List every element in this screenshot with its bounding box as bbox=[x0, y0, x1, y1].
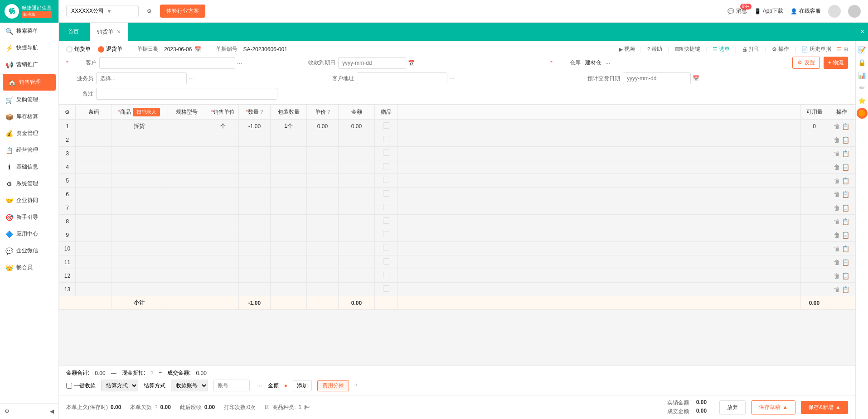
delete-row[interactable]: 🗑 bbox=[834, 259, 840, 266]
owe-question-icon[interactable]: ? bbox=[155, 405, 157, 410]
sidebar-item-inventory[interactable]: 📦 库存核算 bbox=[0, 108, 58, 125]
copy-row[interactable]: 📋 bbox=[842, 245, 849, 252]
copy-row-1[interactable]: 📋 bbox=[842, 123, 849, 130]
right-tool-6[interactable]: 🟠 bbox=[857, 108, 868, 119]
delete-row[interactable]: 🗑 bbox=[834, 272, 840, 279]
sidebar-item-search[interactable]: 🔍 搜索菜单 bbox=[0, 23, 58, 39]
address-ellipsis[interactable]: ··· bbox=[449, 75, 455, 82]
toolbar-select[interactable]: ☰ 选单 bbox=[713, 45, 730, 53]
abandon-button[interactable]: 放弃 bbox=[719, 400, 746, 414]
message-button[interactable]: 💬 消息 99+ bbox=[727, 7, 747, 15]
user-avatar-2[interactable] bbox=[848, 5, 861, 18]
customer-ellipsis[interactable]: ··· bbox=[237, 59, 242, 67]
toolbar-history[interactable]: 📄 历史单据 bbox=[801, 45, 831, 53]
payment-ellipsis[interactable]: ··· bbox=[257, 382, 262, 389]
delete-row[interactable]: 🗑 bbox=[834, 177, 840, 184]
trial-button[interactable]: 体验行业方案 bbox=[160, 5, 205, 18]
expected-date-input[interactable] bbox=[623, 72, 691, 84]
save-draft-button[interactable]: 保存草稿 ▲ bbox=[751, 400, 795, 414]
row-spec-1[interactable] bbox=[166, 120, 207, 133]
customer-address-input[interactable] bbox=[357, 72, 447, 84]
save-new-button[interactable]: 保存&新增 ▲ bbox=[801, 401, 848, 414]
tabbar-close-icon[interactable]: × bbox=[860, 28, 864, 36]
right-tool-3[interactable]: 📊 bbox=[857, 70, 868, 81]
delete-row-1[interactable]: 🗑 bbox=[834, 123, 840, 130]
delete-row[interactable]: 🗑 bbox=[834, 136, 840, 144]
add-payment-btn[interactable]: 添加 bbox=[293, 380, 312, 391]
sidebar-item-marketing[interactable]: 📢 营销推广 bbox=[0, 56, 58, 73]
scan-btn[interactable]: 扫码录入 bbox=[133, 108, 160, 116]
sidebar-item-finance[interactable]: 💰 资金管理 bbox=[0, 125, 58, 142]
calendar-icon[interactable]: 📅 bbox=[194, 46, 201, 53]
discount-info-icon[interactable]: ? bbox=[150, 371, 153, 376]
customer-input[interactable] bbox=[99, 57, 235, 69]
copy-row[interactable]: 📋 bbox=[842, 231, 849, 239]
copy-row[interactable]: 📋 bbox=[842, 259, 849, 266]
copy-row[interactable]: 📋 bbox=[842, 150, 849, 157]
qty-info-icon[interactable]: ? bbox=[260, 109, 263, 115]
copy-row[interactable]: 📋 bbox=[842, 177, 849, 184]
one-click-payment-check[interactable]: 一键收款 bbox=[66, 382, 96, 390]
sidebar-item-wechat[interactable]: 💬 企业微信 bbox=[0, 242, 58, 259]
sidebar-item-system[interactable]: ⚙ 系统管理 bbox=[0, 175, 58, 192]
online-service-button[interactable]: 👤 在线客服 bbox=[790, 7, 821, 15]
sidebar-item-guide[interactable]: 🎯 新手引导 bbox=[0, 209, 58, 226]
col-header-settings[interactable]: ⚙ bbox=[59, 105, 76, 120]
copy-row[interactable]: 📋 bbox=[842, 191, 849, 198]
sidebar-item-app-center[interactable]: 🔷 应用中心 bbox=[0, 226, 58, 242]
delete-row[interactable]: 🗑 bbox=[834, 286, 840, 293]
tab-close-icon[interactable]: × bbox=[117, 28, 121, 35]
sidebar-collapse-icon[interactable]: ◀ bbox=[50, 408, 54, 414]
row-barcode-1[interactable] bbox=[76, 120, 112, 133]
warehouse-ellipsis[interactable]: ··· bbox=[605, 59, 611, 67]
sidebar-settings-icon[interactable]: ⚙ bbox=[5, 408, 10, 414]
company-selector[interactable]: XXXXXX公司 ▼ bbox=[66, 5, 139, 17]
delete-row[interactable]: 🗑 bbox=[834, 231, 840, 239]
copy-row[interactable]: 📋 bbox=[842, 218, 849, 225]
delete-row[interactable]: 🗑 bbox=[834, 150, 840, 157]
toolbar-print[interactable]: 🖨 打印 bbox=[742, 45, 760, 53]
toolbar-video[interactable]: ▶ 视频 bbox=[619, 45, 635, 53]
sidebar-item-quick-nav[interactable]: ⚡ 快捷导航 bbox=[0, 39, 58, 56]
toolbar-shortcut[interactable]: ⌨ 快捷键 bbox=[675, 45, 700, 53]
payment-account-select[interactable]: 收款账号 bbox=[171, 380, 208, 391]
logistics-button[interactable]: + 物流 bbox=[824, 57, 848, 69]
row-gift-1[interactable] bbox=[375, 120, 398, 133]
sidebar-item-operation[interactable]: 📋 经营管理 bbox=[0, 142, 58, 159]
list-view-icon[interactable]: ☰ bbox=[837, 46, 842, 53]
app-download-button[interactable]: 📱 App下载 bbox=[754, 7, 783, 15]
delete-row[interactable]: 🗑 bbox=[834, 164, 840, 171]
sidebar-item-member[interactable]: 👑 畅会员 bbox=[0, 259, 58, 276]
delete-row[interactable]: 🗑 bbox=[834, 204, 840, 212]
settings-gear-icon[interactable]: ⚙ bbox=[144, 5, 155, 17]
copy-row[interactable]: 📋 bbox=[842, 272, 849, 279]
tab-home[interactable]: 首页 bbox=[59, 23, 88, 41]
calendar-3-icon[interactable]: 📅 bbox=[693, 75, 699, 82]
right-tool-4[interactable]: ✏ bbox=[857, 82, 868, 93]
row-notes-1[interactable] bbox=[398, 120, 801, 133]
sidebar-item-sales[interactable]: 🏠 销售管理 bbox=[3, 74, 56, 91]
fee-info-icon[interactable]: ? bbox=[354, 383, 357, 388]
delete-row[interactable]: 🗑 bbox=[834, 218, 840, 225]
sidebar-item-basic-info[interactable]: ℹ 基础信息 bbox=[0, 159, 58, 175]
price-info-icon[interactable]: ? bbox=[327, 109, 330, 115]
salesperson-ellipsis[interactable]: ··· bbox=[189, 75, 194, 82]
right-tool-1[interactable]: 📝 bbox=[857, 44, 868, 55]
payment-account-input[interactable] bbox=[213, 380, 250, 391]
product-type-checkbox-icon[interactable]: ☑ bbox=[265, 404, 270, 410]
one-click-checkbox[interactable] bbox=[66, 383, 72, 389]
copy-row[interactable]: 📋 bbox=[842, 286, 849, 293]
radio-return[interactable]: 退货单 bbox=[98, 45, 122, 53]
right-tool-5[interactable]: ⭐ bbox=[857, 95, 868, 106]
toolbar-operation[interactable]: ⚙ 操作 bbox=[772, 45, 789, 53]
right-tool-2[interactable]: 🔒 bbox=[857, 57, 868, 68]
sidebar-item-collab[interactable]: 🤝 企业协同 bbox=[0, 192, 58, 209]
copy-row[interactable]: 📋 bbox=[842, 164, 849, 171]
due-date-input[interactable] bbox=[338, 57, 406, 69]
setting-button[interactable]: ⚙ 设置 bbox=[792, 57, 820, 69]
user-avatar[interactable] bbox=[828, 5, 841, 18]
grid-view-icon[interactable]: ⊞ bbox=[844, 46, 848, 53]
radio-sales[interactable]: 销货单 bbox=[66, 45, 91, 53]
toolbar-help[interactable]: ? 帮助 bbox=[647, 45, 663, 53]
delete-row[interactable]: 🗑 bbox=[834, 191, 840, 198]
